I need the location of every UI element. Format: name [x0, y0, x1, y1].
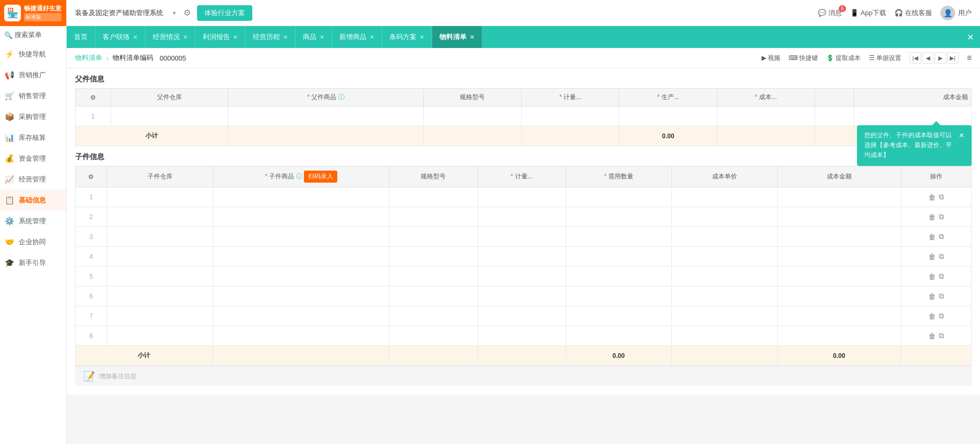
breadcrumb-parent[interactable]: 物料清单	[75, 53, 102, 63]
child-row-7-price[interactable]	[671, 306, 777, 326]
sidebar-item-enterprise[interactable]: 🤝 企业协同	[0, 232, 66, 253]
child-row-6-copy-icon[interactable]: ⧉	[939, 292, 944, 301]
settings-icon[interactable]: ⚙	[183, 8, 191, 18]
sidebar-item-inventory[interactable]: 📊 库存核算	[0, 127, 66, 148]
nav-first-btn[interactable]: |◀	[910, 52, 921, 64]
nav-prev-btn[interactable]: ◀	[922, 52, 934, 64]
child-row-3-delete-icon[interactable]: 🗑	[928, 233, 936, 241]
child-row-7-copy-icon[interactable]: ⧉	[939, 311, 944, 320]
child-row-4-product[interactable]	[213, 247, 389, 267]
child-row-1-copy-icon[interactable]: ⧉	[939, 193, 944, 201]
tab-history[interactable]: 经营历程 ✕	[246, 26, 296, 48]
child-row-2-amount[interactable]	[777, 207, 901, 227]
child-row-5-spec[interactable]	[389, 267, 477, 286]
child-row-4-delete-icon[interactable]: 🗑	[928, 253, 936, 261]
child-product-info-icon[interactable]: ⓘ	[296, 173, 302, 180]
tab-operations[interactable]: 经营情况 ✕	[145, 26, 195, 48]
child-row-2-delete-icon[interactable]: 🗑	[928, 213, 936, 221]
child-row-4-copy-icon[interactable]: ⧉	[939, 252, 944, 261]
child-row-2-product[interactable]	[213, 207, 389, 227]
sidebar-item-purchase[interactable]: 📦 采购管理	[0, 106, 66, 127]
child-row-8-warehouse[interactable]	[107, 326, 213, 346]
sidebar-item-operations[interactable]: 📈 经营管理	[0, 169, 66, 190]
list-view-icon[interactable]: ≡	[967, 53, 972, 63]
tab-bom[interactable]: 物料清单 ✕	[432, 26, 482, 48]
tab-new-products[interactable]: 新增商品 ✕	[332, 26, 382, 48]
child-row-2-qty[interactable]	[566, 207, 671, 227]
child-row-4-amount[interactable]	[777, 247, 901, 267]
child-row-8-qty[interactable]	[566, 326, 671, 346]
child-row-4-unit[interactable]	[477, 247, 566, 267]
child-row-5-product[interactable]	[213, 267, 389, 286]
child-col-settings[interactable]: ⚙	[76, 166, 107, 187]
child-row-6-amount[interactable]	[777, 286, 901, 306]
child-row-7-unit[interactable]	[477, 306, 566, 326]
child-row-5-delete-icon[interactable]: 🗑	[928, 272, 936, 281]
child-row-3-spec[interactable]	[389, 227, 477, 247]
tab-barcode[interactable]: 条码方案 ✕	[382, 26, 432, 48]
child-row-5-copy-icon[interactable]: ⧉	[939, 272, 944, 281]
parent-col-settings[interactable]: ⚙	[76, 89, 111, 106]
child-row-6-delete-icon[interactable]: 🗑	[928, 292, 936, 301]
tooltip-close-btn[interactable]: ✕	[959, 130, 964, 141]
sidebar-item-newbie[interactable]: 🎓 新手引导	[0, 253, 66, 273]
child-row-4-warehouse[interactable]	[107, 247, 213, 267]
child-row-2-spec[interactable]	[389, 207, 477, 227]
child-row-2-unit[interactable]	[477, 207, 566, 227]
tab-products-close[interactable]: ✕	[320, 34, 324, 41]
child-row-8-copy-icon[interactable]: ⧉	[939, 331, 944, 340]
child-row-5-unit[interactable]	[477, 267, 566, 286]
child-row-4-spec[interactable]	[389, 247, 477, 267]
tab-home[interactable]: 首页	[67, 26, 95, 48]
scan-button[interactable]: 扫码录入	[304, 171, 337, 183]
sidebar-item-basic-info[interactable]: 📋 基础信息	[0, 190, 66, 211]
child-row-1-delete-icon[interactable]: 🗑	[928, 193, 936, 201]
message-btn[interactable]: 💬 消息 6	[818, 8, 842, 18]
view-action[interactable]: ▶ 视频	[762, 54, 780, 63]
parent-row-1-prod[interactable]	[619, 106, 717, 126]
child-row-3-product[interactable]	[213, 227, 389, 247]
child-row-4-price[interactable]	[671, 247, 777, 267]
parent-row-1-warehouse[interactable]	[111, 106, 228, 126]
tab-customers-close[interactable]: ✕	[133, 34, 138, 41]
sidebar-item-finance[interactable]: 💰 资金管理	[0, 148, 66, 169]
child-row-2-warehouse[interactable]	[107, 207, 213, 227]
child-row-2-price[interactable]	[671, 207, 777, 227]
child-row-1-spec[interactable]	[389, 187, 477, 207]
child-row-6-spec[interactable]	[389, 286, 477, 306]
parent-row-1-cost-amount[interactable]	[854, 106, 971, 126]
trial-button[interactable]: 体验行业方案	[197, 5, 252, 21]
tab-profit[interactable]: 利润报告 ✕	[195, 26, 246, 48]
child-row-7-product[interactable]	[213, 306, 389, 326]
shortcut-action[interactable]: ⌨ 快捷键	[789, 54, 818, 63]
sidebar-item-system[interactable]: ⚙️ 系统管理	[0, 211, 66, 232]
cost-fetch-action[interactable]: 💲 提取成本	[826, 54, 861, 63]
child-row-2-copy-icon[interactable]: ⧉	[939, 212, 944, 221]
child-row-1-qty[interactable]	[566, 187, 671, 207]
child-row-3-copy-icon[interactable]: ⧉	[939, 232, 944, 241]
parent-row-1-spec[interactable]	[424, 106, 522, 126]
child-row-5-price[interactable]	[671, 267, 777, 286]
tab-bom-close[interactable]: ✕	[470, 34, 474, 41]
child-row-3-unit[interactable]	[477, 227, 566, 247]
child-row-7-amount[interactable]	[777, 306, 901, 326]
child-row-1-warehouse[interactable]	[107, 187, 213, 207]
child-row-1-price[interactable]	[671, 187, 777, 207]
tab-customers[interactable]: 客户联络 ✕	[95, 26, 145, 48]
user-menu[interactable]: 👤 用户	[940, 6, 972, 20]
parent-product-info-icon[interactable]: ⓘ	[338, 93, 345, 101]
sidebar-item-sales[interactable]: 🛒 销售管理	[0, 86, 66, 106]
child-row-3-price[interactable]	[671, 227, 777, 247]
child-row-7-delete-icon[interactable]: 🗑	[928, 312, 936, 320]
sidebar-item-search[interactable]: 🔍 搜索菜单	[0, 26, 66, 44]
child-row-7-spec[interactable]	[389, 306, 477, 326]
child-row-8-amount[interactable]	[777, 326, 901, 346]
child-row-6-product[interactable]	[213, 286, 389, 306]
nav-last-btn[interactable]: ▶|	[947, 52, 959, 64]
system-dropdown-icon[interactable]: ▼	[172, 10, 177, 16]
tabbar-close-all-icon[interactable]: ✕	[965, 30, 976, 44]
child-row-5-amount[interactable]	[777, 267, 901, 286]
tab-products[interactable]: 商品 ✕	[296, 26, 332, 48]
child-row-6-warehouse[interactable]	[107, 286, 213, 306]
child-row-1-unit[interactable]	[477, 187, 566, 207]
